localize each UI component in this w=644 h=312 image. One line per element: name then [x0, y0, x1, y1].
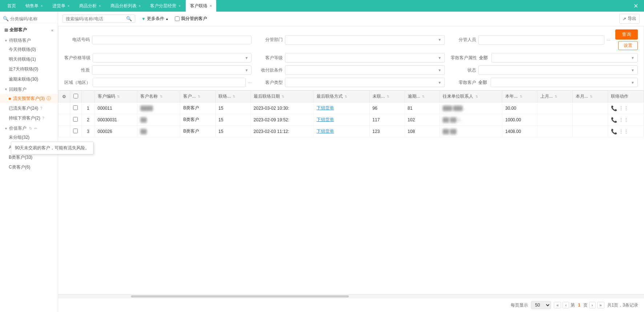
retail-customer-select[interactable]: ▼: [491, 78, 638, 87]
cell-action-1[interactable]: 📞 ⋮⋮: [608, 114, 644, 126]
purchase-tab-close[interactable]: ×: [68, 4, 70, 8]
more-action-icon-1[interactable]: ⋮⋮: [619, 117, 629, 123]
th-unit-contact[interactable]: 往来单位联系人 ⇅: [440, 91, 502, 102]
horizontal-scrollbar[interactable]: [58, 294, 644, 298]
retail-attr-select[interactable]: ▼: [491, 53, 638, 62]
horizontal-scroll-thumb[interactable]: [131, 295, 349, 297]
customer-grade-select[interactable]: ▼: [285, 53, 444, 62]
cell-action-0[interactable]: 📞 ⋮⋮: [608, 102, 644, 114]
cell-action-2[interactable]: 📞 ⋮⋮: [608, 126, 644, 137]
sidebar-group-pending-contact[interactable]: ▼ 待联络客户: [0, 35, 58, 45]
query-button[interactable]: 查询: [615, 29, 638, 40]
filter-row-staff: 分管人员 ··· 查询 设置: [451, 29, 638, 50]
th-last-contact-date[interactable]: 最后联络日期 ⇅: [250, 91, 313, 102]
sidebar-item-churn-warning[interactable]: 流失预警客户(3) ⓘ: [0, 94, 58, 104]
table-row: 1 000011 ████ B类客户 15 2023-03-02 10:30: …: [59, 102, 644, 114]
payment-select[interactable]: ▼: [285, 65, 444, 75]
dept-select[interactable]: ▼: [285, 35, 444, 45]
settings-button[interactable]: 设置: [618, 41, 638, 50]
nav-tab-sales[interactable]: 销售单 ×: [21, 0, 47, 12]
sidebar-item-already-lost[interactable]: 已流失客户(24) ?: [0, 104, 58, 113]
sidebar-item-today[interactable]: 今天待联络(0): [0, 45, 58, 54]
sidebar-item-overdue[interactable]: 逾期未联络(30): [0, 74, 58, 84]
contact-icon-0[interactable]: 📞: [611, 105, 617, 111]
th-last-contact-way[interactable]: 最后联络方式 ⇅: [313, 91, 369, 102]
customer-tier-tab-close[interactable]: ×: [178, 4, 181, 8]
refresh-icon[interactable]: ↻: [29, 126, 32, 130]
cell-code-2: 000026: [94, 126, 137, 137]
gender-chevron: ▼: [245, 68, 248, 72]
sidebar-item-downgrade[interactable]: 持续下滑客户(2) ?: [0, 113, 58, 123]
first-page-button[interactable]: «: [554, 302, 561, 308]
sidebar-item-tomorrow[interactable]: 明天待联络(1): [0, 54, 58, 64]
contact-icon-1[interactable]: 📞: [611, 117, 617, 123]
nav-tab-purchase[interactable]: 进货单 ×: [48, 0, 74, 12]
th-this-month[interactable]: 本月... ⇅: [572, 91, 608, 102]
contact-icon-2[interactable]: 📞: [611, 129, 617, 134]
phone-input[interactable]: [92, 36, 251, 44]
row-checkbox-1[interactable]: [73, 117, 78, 122]
region-input-area[interactable]: [93, 78, 246, 87]
status-select[interactable]: ▼: [478, 65, 638, 75]
phone-label: 电话号码: [64, 37, 90, 43]
nav-tab-home[interactable]: 首页: [3, 0, 20, 12]
my-customers-checkbox[interactable]: [175, 16, 180, 21]
select-all-checkbox[interactable]: [73, 94, 78, 98]
toolbar-search-icon[interactable]: 🔍: [126, 16, 132, 21]
cell-last-contact-way-2[interactable]: 下销货单: [313, 126, 369, 137]
next-page-button[interactable]: ›: [589, 302, 596, 308]
th-uncontacted[interactable]: 未联... ⇅: [369, 91, 404, 102]
toolbar-search-input[interactable]: [66, 16, 125, 21]
nav-tab-customer-contact[interactable]: 客户联络 ×: [186, 0, 216, 12]
edit-icon[interactable]: ✏: [34, 126, 37, 130]
th-overdue[interactable]: 逾期... ⇅: [404, 91, 440, 102]
gender-select[interactable]: ▼: [92, 65, 251, 75]
th-last-month[interactable]: 上月... ⇅: [538, 91, 573, 102]
sidebar-group-value-customers[interactable]: ▼ 价值客户 ↻ ✏: [0, 123, 58, 133]
th-this-year[interactable]: 本年... ⇅: [502, 91, 538, 102]
more-action-icon-2[interactable]: ⋮⋮: [619, 129, 629, 134]
th-code[interactable]: 客户编码 ⇅: [94, 91, 137, 102]
more-conditions-label: 更多条件: [147, 16, 164, 22]
th-settings[interactable]: ⚙: [59, 91, 70, 102]
cell-check-2[interactable]: [70, 126, 82, 137]
th-type[interactable]: 客户... ⇅: [180, 91, 216, 102]
sidebar-item-week[interactable]: 近7天待联络(0): [0, 64, 58, 74]
sidebar-group-lost-customers[interactable]: ▼ 回顾客户: [0, 84, 58, 94]
sales-tab-close[interactable]: ×: [41, 4, 43, 8]
th-contact[interactable]: 联络... ⇅: [216, 91, 251, 102]
sidebar-item-ungrouped[interactable]: 未分组(32): [0, 133, 58, 142]
table-header-row: ⚙ 客户编码 ⇅ 客户名称 ⇅ 客户... ⇅: [59, 91, 644, 102]
nav-tab-product-analysis[interactable]: 商品分析 ×: [75, 0, 105, 12]
staff-more-icon[interactable]: ···: [607, 37, 610, 42]
my-customers-checkbox-area[interactable]: 我分管的客户: [175, 16, 207, 22]
customer-type-select[interactable]: ▼: [285, 78, 444, 87]
staff-input-area[interactable]: [478, 35, 604, 45]
dept-label: 分管部门: [257, 37, 283, 43]
nav-tab-customer-tier[interactable]: 客户分层经营 ×: [146, 0, 185, 12]
more-action-icon-0[interactable]: ⋮⋮: [619, 105, 629, 111]
cell-check-0[interactable]: [70, 102, 82, 114]
nav-tab-product-analysis-table[interactable]: 商品分析列表 ×: [106, 0, 145, 12]
row-checkbox-0[interactable]: [73, 105, 78, 110]
per-page-select[interactable]: 50 100 200: [531, 301, 551, 309]
th-check[interactable]: [70, 91, 82, 102]
sidebar-all-customers[interactable]: ⊞ 全部客户 «: [0, 25, 58, 35]
customer-contact-tab-close[interactable]: ×: [210, 4, 212, 8]
cell-last-contact-way-1[interactable]: 下销货单: [313, 114, 369, 126]
sidebar-search-input[interactable]: [10, 16, 58, 21]
export-button[interactable]: ↗ 导出: [619, 14, 640, 24]
row-checkbox-2[interactable]: [73, 129, 78, 133]
close-all-button[interactable]: ✕: [631, 3, 641, 9]
last-page-button[interactable]: »: [597, 302, 604, 308]
more-conditions-button[interactable]: ▼ 更多条件 ▲: [138, 14, 172, 24]
region-more-icon[interactable]: ···: [248, 80, 251, 85]
prev-page-button[interactable]: ‹: [563, 302, 569, 308]
th-name[interactable]: 客户名称 ⇅: [137, 91, 180, 102]
cell-last-contact-way-0[interactable]: 下销货单: [313, 102, 369, 114]
price-grade-select[interactable]: ▼: [93, 53, 251, 62]
product-analysis-tab-close[interactable]: ×: [99, 4, 101, 8]
cell-check-1[interactable]: [70, 114, 82, 126]
product-analysis-table-tab-close[interactable]: ×: [139, 4, 141, 8]
sidebar-item-class-c[interactable]: C类客户(6): [0, 162, 58, 172]
